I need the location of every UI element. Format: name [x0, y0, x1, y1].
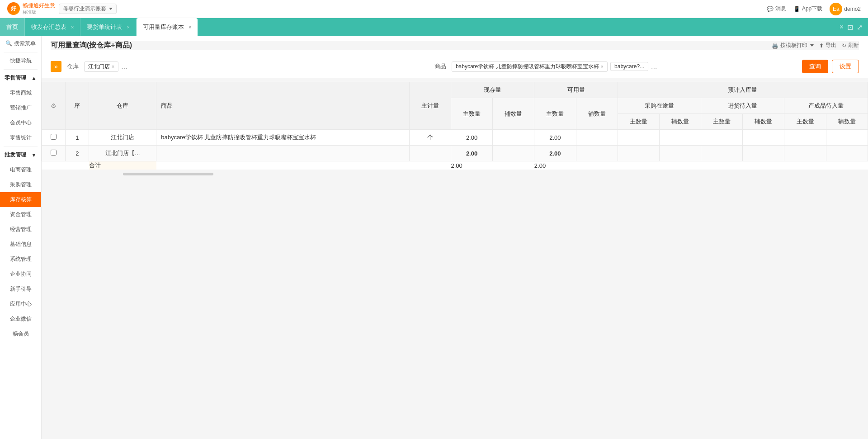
message-label: 消息 — [775, 5, 786, 13]
row-2-production-main — [784, 146, 826, 161]
warehouse-tags: 江北门店 × ... — [84, 61, 429, 72]
page-header: 可用量查询(按仓库+商品) 🖨️ 按模板打印 ⬆ 导出 ↻ 刷新 — [51, 41, 859, 50]
tab-close-all-btn[interactable]: × — [840, 23, 844, 31]
product-more-btn[interactable]: ... — [651, 62, 657, 71]
message-icon: 💬 — [767, 6, 774, 12]
sidebar-item-member2[interactable]: 畅会员 — [0, 326, 41, 341]
sidebar-item-enterprise[interactable]: 企业协同 — [0, 267, 41, 282]
print-action[interactable]: 🖨️ 按模板打印 — [772, 42, 814, 49]
message-action[interactable]: 💬 消息 — [767, 5, 786, 13]
sidebar-item-retail-mall[interactable]: 零售商城 — [0, 85, 41, 100]
sidebar-ecommerce-label: 电商管理 — [10, 166, 32, 174]
tab-available[interactable]: 可用量库存账本 × — [137, 18, 198, 36]
row-2-no: 2 — [66, 146, 89, 161]
row-1-purchase-aux — [659, 130, 701, 146]
chevron-retail-icon: ▲ — [31, 75, 37, 81]
sidebar-item-marketing[interactable]: 营销推广 — [0, 100, 41, 115]
tab-available-close[interactable]: × — [189, 24, 191, 30]
logo-text-block: 畅捷通好生意 标准版 — [23, 2, 55, 15]
sidebar-search[interactable]: 🔍 搜索菜单 — [0, 36, 41, 51]
sidebar-item-member[interactable]: 会员中心 — [0, 115, 41, 130]
refresh-action[interactable]: ↻ 刷新 — [842, 42, 859, 49]
sidebar-item-wholesale[interactable]: 批发管理 ▼ — [0, 147, 41, 162]
export-icon: ⬆ — [819, 42, 824, 49]
print-chevron-icon — [810, 44, 814, 47]
sidebar-item-retail-mgmt[interactable]: 零售管理 ▲ — [0, 71, 41, 85]
sidebar-search-label: 搜索菜单 — [14, 40, 36, 47]
table-row: 1 江北门店 babycare学饮杯 儿童防摔防撞吸管杯重力球吸嘴杯宝宝水杯 个… — [42, 130, 868, 146]
th-avail-aux: 辅数量 — [576, 98, 618, 130]
th-stock-main: 主数量 — [451, 98, 492, 130]
mobile-icon: 📱 — [793, 6, 800, 12]
query-button[interactable]: 查询 — [802, 60, 828, 73]
page-title: 可用量查询(按仓库+商品) — [51, 41, 132, 50]
th-arrival-main: 主数量 — [701, 114, 743, 130]
sidebar-item-finance[interactable]: 资金管理 — [0, 207, 41, 222]
tab-home[interactable]: 首页 — [0, 18, 25, 36]
summary-avail-aux — [576, 161, 618, 170]
sidebar-enterprise-label: 企业协同 — [10, 270, 32, 278]
tab-order-stat-close[interactable]: × — [127, 24, 129, 30]
tab-collection[interactable]: 收发存汇总表 × — [25, 18, 80, 36]
tab-collection-close[interactable]: × — [71, 24, 74, 30]
row-1-stock-main: 2.00 — [451, 130, 492, 146]
refresh-label: 刷新 — [848, 42, 859, 49]
sidebar-item-wechat[interactable]: 企业微信 — [0, 312, 41, 326]
row-1-warehouse: 江北门店 — [89, 130, 156, 146]
logo-icon: 好 — [7, 2, 20, 15]
row-2-purchase-aux — [659, 146, 701, 161]
row-2-checkbox[interactable] — [51, 150, 57, 156]
filter-more-btn[interactable]: ... — [121, 62, 127, 71]
app-download-label: App下载 — [802, 5, 822, 13]
tab-restore-btn[interactable]: ⊡ — [847, 23, 853, 32]
sidebar-item-basic[interactable]: 基础信息 — [0, 237, 41, 252]
filter-actions: 查询 设置 — [802, 60, 859, 73]
sidebar-item-system[interactable]: 系统管理 — [0, 252, 41, 267]
row-1-cb[interactable] — [42, 130, 66, 146]
product-tag-1-close[interactable]: × — [601, 64, 604, 69]
main-layout: 🔍 搜索菜单 快捷导航 零售管理 ▲ 零售商城 营销推广 会员中心 零售统计 批… — [0, 36, 868, 439]
sidebar-item-newguide[interactable]: 新手引导 — [0, 282, 41, 297]
content-area: 可用量查询(按仓库+商品) 🖨️ 按模板打印 ⬆ 导出 ↻ 刷新 — [42, 36, 868, 439]
product-tag-1-text: babycare学饮杯 儿童防摔防撞吸管杯重力球吸嘴杯宝宝水杯 — [456, 63, 599, 71]
th-purchase-transit: 采购在途量 — [618, 98, 701, 114]
row-2-stock-aux — [493, 146, 534, 161]
row-2-cb[interactable] — [42, 146, 66, 161]
sidebar-item-retail-stat[interactable]: 零售统计 — [0, 130, 41, 145]
user-area[interactable]: Ea demo2 — [830, 3, 861, 15]
sidebar-item-ecommerce[interactable]: 电商管理 — [0, 162, 41, 177]
industry-selector[interactable]: 母婴行业演示账套 — [59, 4, 117, 14]
sidebar-item-inventory[interactable]: 库存核算 — [0, 192, 41, 207]
horizontal-scrollbar[interactable] — [123, 173, 213, 175]
sidebar-item-operation[interactable]: 经营管理 — [0, 222, 41, 237]
app-download-action[interactable]: 📱 App下载 — [793, 5, 822, 13]
tab-maximize-btn[interactable]: ⤢ — [857, 23, 863, 32]
row-1-unit: 个 — [409, 130, 451, 146]
top-bar-right: 💬 消息 📱 App下载 Ea demo2 — [767, 3, 861, 15]
row-1-checkbox[interactable] — [51, 134, 57, 140]
tab-order-stat[interactable]: 要货单统计表 × — [80, 18, 136, 36]
th-production-aux: 辅数量 — [826, 114, 868, 130]
sidebar-item-shortcut[interactable]: 快捷导航 — [0, 53, 41, 68]
sidebar-divider-2 — [4, 69, 38, 70]
th-stock: 现存量 — [451, 82, 534, 98]
username-label: demo2 — [844, 6, 861, 12]
row-2-avail-aux — [576, 146, 618, 161]
th-production-pending: 产成品待入量 — [784, 98, 868, 114]
summary-row: 合计 2.00 2.00 — [42, 161, 868, 170]
row-2-avail-main: 2.00 — [534, 146, 576, 161]
sidebar-item-purchase[interactable]: 采购管理 — [0, 177, 41, 192]
setting-button[interactable]: 设置 — [832, 60, 859, 73]
th-settings[interactable]: ⚙ — [42, 82, 66, 130]
tab-bar: 首页 收发存汇总表 × 要货单统计表 × 可用量库存账本 × × ⊡ ⤢ — [0, 18, 868, 36]
sidebar-item-appcenter[interactable]: 应用中心 — [0, 297, 41, 312]
data-table: ⚙ 序 仓库 商品 主计量 现存量 可用量 预计入库量 主数量 辅数量 主数量 … — [42, 82, 868, 170]
filter-toggle-btn[interactable]: » — [51, 61, 61, 72]
warehouse-tag-close[interactable]: × — [112, 64, 114, 69]
table-body: 1 江北门店 babycare学饮杯 儿童防摔防撞吸管杯重力球吸嘴杯宝宝水杯 个… — [42, 130, 868, 161]
page-actions: 🖨️ 按模板打印 ⬆ 导出 ↻ 刷新 — [772, 42, 859, 49]
row-1-purchase-main — [618, 130, 659, 146]
sidebar-retail-stat-label: 零售统计 — [10, 134, 32, 142]
export-action[interactable]: ⬆ 导出 — [819, 42, 836, 49]
th-arrival-pending: 进货待入量 — [701, 98, 784, 114]
